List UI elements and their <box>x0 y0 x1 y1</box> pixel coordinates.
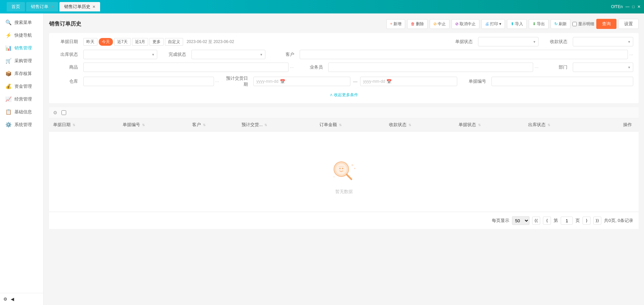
next-page-btn[interactable]: ⟩ <box>583 217 591 225</box>
customer-dots[interactable]: ··· <box>629 52 633 57</box>
svg-point-1 <box>336 164 347 175</box>
last-page-btn[interactable]: ⟩⟩ <box>593 217 601 225</box>
payment-status-select[interactable]: ▾ <box>573 37 633 46</box>
topbar-maximize-icon[interactable]: □ <box>632 4 635 9</box>
col-date-sort: ⇅ <box>73 123 75 127</box>
select-all-checkbox[interactable] <box>61 110 66 115</box>
filter-panel: 单据日期 昨天 今天 近7天 近1月 更多 自定义 2023-06-02 至 2… <box>49 33 639 103</box>
operations-icon: 📈 <box>5 96 12 102</box>
sidebar-item-system-label: 系统管理 <box>14 122 32 128</box>
department-select[interactable]: ▾ <box>573 63 633 72</box>
stop-label: 中止 <box>438 21 446 27</box>
goods-dots[interactable]: ··· <box>290 65 294 70</box>
delivery-date-start-input[interactable]: yyyy-mm-dd 📅 <box>253 77 350 86</box>
bill-status-select[interactable]: ▾ <box>478 37 539 46</box>
sidebar-item-inventory[interactable]: 📦 库存核算 <box>0 67 43 80</box>
collapse-row[interactable]: ∧ 收起更多条件 <box>54 91 633 99</box>
warehouse-dots[interactable]: ··· <box>215 79 219 84</box>
sidebar-collapse-icon[interactable]: ◀ <box>11 297 14 302</box>
sidebar-item-finance[interactable]: 💰 资金管理 <box>0 80 43 93</box>
page-label: 第 <box>554 218 558 224</box>
col-payment-status-label: 收款状态 <box>389 122 406 127</box>
table-gear-icon[interactable]: ⚙ <box>53 110 57 115</box>
col-payment-status[interactable]: 收款状态 ⇅ <box>385 118 455 131</box>
col-bill-status-sort: ⇅ <box>478 123 481 127</box>
sidebar-item-quicknav[interactable]: ⚡ 快捷导航 <box>0 29 43 42</box>
svg-point-6 <box>351 164 353 166</box>
calendar-end-icon: 📅 <box>386 79 392 84</box>
refresh-icon: ↻ <box>554 22 558 26</box>
tab-sales-order[interactable]: 销售订单 ✕ <box>26 2 58 11</box>
date-shortcuts: 昨天 今天 近7天 近1月 更多 自定义 <box>83 38 183 46</box>
topbar-close-icon[interactable]: ✕ <box>637 4 641 9</box>
import-button[interactable]: ⬆ 导入 <box>507 19 527 29</box>
cancel-stop-icon: ⊘ <box>455 22 459 26</box>
date-btn-today[interactable]: 今天 <box>99 38 113 46</box>
col-outbound-status[interactable]: 出库状态 ⇅ <box>524 118 594 131</box>
refresh-button[interactable]: ↻ 刷新 <box>551 19 570 29</box>
tab-sales-order-history-close[interactable]: ✕ <box>92 5 95 9</box>
date-btn-custom[interactable]: 自定义 <box>165 38 183 46</box>
print-icon: 🖨 <box>485 22 489 26</box>
stop-button[interactable]: ⊘ 中止 <box>430 19 449 29</box>
date-separator: — <box>352 79 359 84</box>
col-customer[interactable]: 客户 ⇅ <box>188 118 238 131</box>
warehouse-input[interactable] <box>83 77 214 86</box>
col-bill-status[interactable]: 单据状态 ⇅ <box>455 118 524 131</box>
tab-sales-order-close[interactable]: ✕ <box>50 5 53 9</box>
bill-no-label: 单据编号 <box>463 78 486 84</box>
sidebar-item-search[interactable]: 🔍 搜索菜单 <box>0 16 43 29</box>
page-number-input[interactable] <box>561 217 573 225</box>
department-chevron: ▾ <box>628 65 630 70</box>
sidebar-item-inventory-label: 库存核算 <box>14 71 32 77</box>
customer-input[interactable] <box>300 50 628 59</box>
col-delivery[interactable]: 预计交货... ⇅ <box>238 118 315 131</box>
date-btn-yesterday[interactable]: 昨天 <box>83 38 97 46</box>
stop-icon: ⊘ <box>433 22 437 26</box>
sidebar: 🔍 搜索菜单 ⚡ 快捷导航 📊 销售管理 🛒 采购管理 📦 库存核算 💰 资金管… <box>0 13 44 305</box>
import-icon: ⬆ <box>511 22 514 26</box>
sidebar-item-purchase[interactable]: 🛒 采购管理 <box>0 54 43 67</box>
col-bill-no[interactable]: 单据编号 ⇅ <box>119 118 188 131</box>
complete-status-select[interactable]: ▾ <box>191 50 265 59</box>
sidebar-item-system[interactable]: ⚙️ 系统管理 <box>0 118 43 131</box>
sidebar-settings-icon[interactable]: ⚙ <box>3 297 7 302</box>
outbound-status-select[interactable]: ▾ <box>83 50 157 59</box>
first-page-btn[interactable]: ⟨⟨ <box>532 217 540 225</box>
tab-sales-order-history[interactable]: 销售订单历史 ✕ <box>59 2 100 11</box>
salesperson-input[interactable] <box>328 63 533 72</box>
tab-home[interactable]: 首页 <box>7 2 25 11</box>
display-cols-checkbox[interactable] <box>572 22 577 26</box>
date-btn-more[interactable]: 更多 <box>149 38 164 46</box>
col-delivery-sort: ⇅ <box>264 123 267 127</box>
settings-button[interactable]: 设置 <box>618 19 639 29</box>
delivery-date-end-text: yyyy-mm-dd <box>363 79 385 84</box>
sidebar-item-purchase-label: 采购管理 <box>14 58 32 64</box>
add-button[interactable]: + 新增 <box>386 19 405 29</box>
main-layout: 🔍 搜索菜单 ⚡ 快捷导航 📊 销售管理 🛒 采购管理 📦 库存核算 💰 资金管… <box>0 13 644 305</box>
delivery-date-label: 预计交货日期 <box>224 75 248 87</box>
date-btn-1month[interactable]: 近1月 <box>132 38 148 46</box>
sidebar-item-operations[interactable]: 📈 经营管理 <box>0 93 43 106</box>
salesperson-dots[interactable]: ··· <box>534 65 539 70</box>
sidebar-item-basics[interactable]: 📋 基础信息 <box>0 106 43 118</box>
goods-input[interactable] <box>83 63 289 72</box>
bill-no-input[interactable] <box>491 77 633 86</box>
col-date[interactable]: 单据日期 ⇅ <box>49 118 119 131</box>
topbar-minimize-icon[interactable]: — <box>626 4 630 9</box>
sidebar-item-sales[interactable]: 📊 销售管理 <box>0 42 43 54</box>
page-size-select[interactable]: 50 100 200 <box>512 216 529 225</box>
col-amount[interactable]: 订单金额 ⇅ <box>315 118 385 131</box>
prev-page-btn[interactable]: ⟨ <box>543 217 551 225</box>
print-button[interactable]: 🖨 打印 ▾ <box>481 19 505 29</box>
export-button[interactable]: ⬇ 导出 <box>529 19 549 29</box>
query-button[interactable]: 查询 <box>596 19 616 29</box>
cancel-stop-button[interactable]: ⊘ 取消中止 <box>452 19 479 29</box>
date-btn-7days[interactable]: 近7天 <box>114 38 131 46</box>
empty-state: 暂无数据 <box>53 135 635 208</box>
delete-button[interactable]: 🗑 删除 <box>407 19 428 29</box>
print-arrow-icon: ▾ <box>499 22 501 26</box>
complete-status-chevron: ▾ <box>260 52 262 57</box>
delivery-date-end-input[interactable]: yyyy-mm-dd 📅 <box>360 77 457 86</box>
display-cols-toggle[interactable]: 显示明细 <box>572 21 594 27</box>
